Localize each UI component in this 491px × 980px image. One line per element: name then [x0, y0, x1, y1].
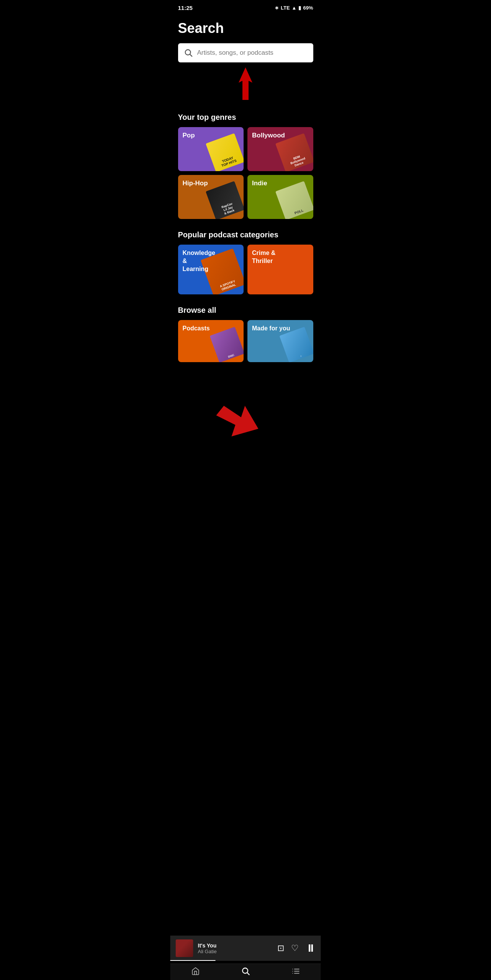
page-title: Search [178, 20, 313, 36]
browse-art-podcasts: DISC [209, 327, 244, 362]
genre-card-pop[interactable]: Pop TODAYTOP HITS [178, 127, 244, 171]
battery-percent: 69% [303, 5, 313, 11]
annotation-arrow [178, 65, 313, 105]
podcast-card-knowledge[interactable]: Knowledge & Learning A SPOTIFYORIGINAL [178, 245, 244, 294]
svg-line-1 [190, 54, 192, 56]
genre-label-hiphop: Hip-Hop [183, 180, 208, 187]
main-content: Search Your top genres [170, 14, 321, 414]
podcast-grid: Knowledge & Learning A SPOTIFYORIGINAL C… [178, 245, 313, 294]
genre-label-indie: Indie [252, 180, 267, 187]
genre-label-pop: Pop [183, 132, 195, 139]
lte-label: LTE [281, 5, 290, 11]
genre-art-pop: TODAYTOP HITS [206, 133, 244, 171]
podcast-card-crime[interactable]: Crime & Thriller [247, 245, 313, 294]
search-icon [184, 49, 193, 57]
status-time: 11:25 [178, 5, 193, 11]
browse-card-madeforyou[interactable]: Made for you ♪ [247, 320, 313, 362]
genre-card-hiphop[interactable]: Hip-Hop RapCavLil Jay& 6lack [178, 175, 244, 219]
svg-marker-3 [239, 67, 252, 100]
search-bar[interactable] [178, 43, 313, 62]
genre-art-indie: POLL [275, 181, 313, 219]
podcast-categories-title: Popular podcast categories [178, 230, 313, 239]
battery-icon: ▮ [298, 5, 301, 11]
browse-label-madeforyou: Made for you [252, 325, 290, 333]
genre-card-indie[interactable]: Indie POLL [247, 175, 313, 219]
signal-icon: ▲ [292, 5, 297, 11]
podcast-label-crime: Crime & Thriller [252, 249, 283, 265]
genre-card-bollywood[interactable]: Bollywood BDMBollywoodDance [247, 127, 313, 171]
top-genres-title: Your top genres [178, 113, 313, 122]
status-right: ∗ LTE ▲ ▮ 69% [275, 5, 313, 11]
browse-card-podcasts[interactable]: Podcasts DISC [178, 320, 244, 362]
browse-grid: Podcasts DISC Made for you ♪ [178, 320, 313, 362]
browse-label-podcasts: Podcasts [183, 325, 210, 333]
status-bar: 11:25 ∗ LTE ▲ ▮ 69% [170, 0, 321, 14]
genre-label-bollywood: Bollywood [252, 132, 285, 139]
search-input[interactable] [197, 49, 307, 57]
genre-grid: Pop TODAYTOP HITS Bollywood BDMBollywood… [178, 127, 313, 219]
browse-all-title: Browse all [178, 306, 313, 315]
bluetooth-icon: ∗ [275, 5, 279, 11]
genre-art-hiphop: RapCavLil Jay& 6lack [206, 181, 244, 219]
podcast-label-knowledge: Knowledge & Learning [183, 249, 214, 273]
